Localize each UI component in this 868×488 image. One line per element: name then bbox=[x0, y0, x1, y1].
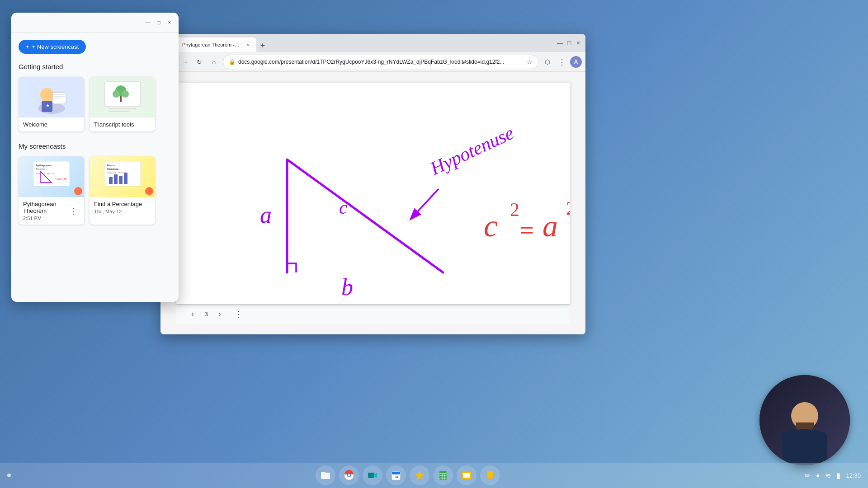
taskbar-meet-icon[interactable] bbox=[363, 465, 382, 485]
pythagorean-screencast-card[interactable]: Pythagorean Theorem Math 101 - Mr. Our c… bbox=[19, 156, 84, 225]
svg-text:Hypotenuse: Hypotenuse bbox=[426, 122, 517, 179]
prev-slide-button[interactable]: ‹ bbox=[185, 307, 200, 321]
person-body bbox=[782, 429, 827, 465]
svg-text:a: a bbox=[260, 202, 272, 228]
browser-restore-button[interactable]: □ bbox=[566, 39, 573, 47]
avatar-initial: A bbox=[574, 59, 578, 65]
transcript-tools-card[interactable]: Transcript tools bbox=[90, 77, 155, 131]
slide-nav-bar: ‹ 3 › ⋮ bbox=[176, 304, 570, 324]
forward-button[interactable]: → bbox=[179, 56, 191, 68]
window-controls: — □ × bbox=[144, 19, 173, 26]
record-icon: ● bbox=[816, 472, 820, 479]
taskbar-chrome-icon[interactable] bbox=[339, 465, 359, 485]
home-button[interactable]: ⌂ bbox=[208, 56, 220, 68]
getting-started-cards: ★ Welcome bbox=[19, 77, 171, 131]
taskbar-sheets-icon[interactable] bbox=[433, 465, 453, 485]
pythagorean-more-button[interactable]: ⋮ bbox=[68, 204, 80, 218]
svg-text:a: a bbox=[542, 209, 558, 243]
svg-text:c²=a²+b²: c²=a²+b² bbox=[55, 178, 67, 181]
svg-point-46 bbox=[348, 474, 350, 477]
desktop: — □ × + + New screencast Getting started bbox=[0, 0, 868, 488]
taskbar-keep-icon[interactable] bbox=[480, 465, 500, 485]
svg-text:Math 101 - Mr. Our: Math 101 - Mr. Our bbox=[36, 172, 55, 175]
slide-number: 3 bbox=[204, 310, 208, 318]
new-tab-button[interactable]: + bbox=[256, 39, 269, 52]
transcript-tools-card-label: Transcript tools bbox=[90, 117, 155, 131]
slide-more-button[interactable]: ⋮ bbox=[231, 307, 246, 321]
address-bar[interactable]: 🔒 docs.google.com/presentation/d/1TPO2rR… bbox=[223, 55, 538, 69]
slide-area: a c b Hypotenuse c 2 bbox=[176, 83, 570, 304]
welcome-illustration: ★ bbox=[19, 77, 84, 117]
browser-content: a c b Hypotenuse c 2 bbox=[160, 72, 585, 334]
close-button[interactable]: × bbox=[166, 19, 173, 26]
svg-rect-24 bbox=[109, 177, 113, 184]
svg-point-11 bbox=[113, 90, 120, 98]
active-tab[interactable]: G Phytagorean Theorem - Google × bbox=[166, 38, 256, 52]
slide-drawing: a c b Hypotenuse c 2 bbox=[176, 83, 570, 304]
percentage-title: Find a Percentage bbox=[94, 201, 142, 207]
webcam-video bbox=[760, 375, 850, 465]
screencast-list: Pythagorean Theorem Math 101 - Mr. Our c… bbox=[19, 156, 171, 225]
stylus-icon: ✏ bbox=[805, 471, 811, 480]
taskbar-right: ✏ ● ≋ ▮ 12:30 bbox=[805, 471, 861, 480]
taskbar-slides-icon[interactable] bbox=[457, 465, 476, 485]
taskbar-files-icon[interactable] bbox=[316, 465, 335, 485]
screencast-titlebar: — □ × bbox=[11, 13, 179, 33]
svg-rect-13 bbox=[109, 108, 136, 109]
svg-text:Find a: Find a bbox=[107, 164, 115, 167]
taskbar-calendar-icon[interactable]: 31 bbox=[386, 465, 406, 485]
refresh-button[interactable]: ↻ bbox=[193, 56, 206, 68]
minimize-button[interactable]: — bbox=[144, 19, 151, 26]
svg-rect-52 bbox=[439, 471, 447, 480]
webcam-overlay bbox=[760, 375, 850, 465]
welcome-card-image: ★ bbox=[19, 77, 84, 117]
browser-close-button[interactable]: × bbox=[575, 39, 582, 47]
taskbar-time: 12:30 bbox=[846, 472, 861, 479]
svg-text:=: = bbox=[520, 216, 534, 244]
browser-toolbar: ← → ↻ ⌂ 🔒 docs.google.com/presentation/d… bbox=[160, 52, 585, 72]
transcript-illustration bbox=[90, 77, 155, 117]
svg-rect-26 bbox=[119, 176, 123, 184]
browser-titlebar: G Phytagorean Theorem - Google × + — □ × bbox=[160, 34, 585, 52]
pythagorean-time: 2:51 PM bbox=[23, 216, 68, 221]
new-screencast-button[interactable]: + + New screencast bbox=[19, 40, 86, 54]
welcome-card[interactable]: ★ Welcome bbox=[19, 77, 84, 131]
svg-rect-14 bbox=[109, 111, 129, 112]
svg-text:Math 101 - Mr. Our: Math 101 - Mr. Our bbox=[107, 171, 126, 174]
svg-text:b: b bbox=[341, 274, 353, 300]
my-screencasts-title: My screencasts bbox=[19, 142, 171, 150]
maximize-button[interactable]: □ bbox=[155, 19, 162, 26]
percentage-screencast-card[interactable]: Find a Percenta... Math 101 - Mr. Our bbox=[90, 156, 155, 225]
getting-started-title: Getting started bbox=[19, 63, 171, 70]
taskbar-left bbox=[7, 474, 11, 477]
battery-icon: ▮ bbox=[836, 471, 840, 480]
percentage-date: Thu, May 12 bbox=[94, 209, 142, 214]
welcome-card-label: Welcome bbox=[19, 117, 84, 131]
svg-line-34 bbox=[411, 189, 439, 218]
svg-text:31: 31 bbox=[395, 475, 399, 479]
extension-button[interactable]: ⬡ bbox=[541, 56, 554, 68]
svg-rect-27 bbox=[124, 173, 127, 184]
chrome-menu-button[interactable]: ⋮ bbox=[556, 56, 568, 68]
svg-point-1 bbox=[40, 88, 54, 102]
svg-point-12 bbox=[122, 90, 129, 98]
toolbar-actions: ⬡ ⋮ A bbox=[541, 56, 582, 68]
taskbar-photos-icon[interactable] bbox=[410, 465, 429, 485]
new-screencast-label: + New screencast bbox=[32, 43, 79, 50]
svg-text:c: c bbox=[339, 197, 348, 218]
next-slide-button[interactable]: › bbox=[212, 307, 227, 321]
plus-icon: + bbox=[26, 43, 29, 50]
screencast-app-window: — □ × + + New screencast Getting started bbox=[11, 13, 179, 302]
svg-rect-50 bbox=[392, 472, 400, 474]
svg-text:★: ★ bbox=[46, 103, 50, 108]
taskbar-center: 31 bbox=[11, 465, 805, 485]
wifi-icon: ≋ bbox=[825, 471, 831, 480]
profile-avatar[interactable]: A bbox=[570, 56, 582, 68]
svg-rect-47 bbox=[368, 473, 374, 478]
tab-close-button[interactable]: × bbox=[245, 41, 251, 48]
pythagorean-thumb: Pythagorean Theorem Math 101 - Mr. Our c… bbox=[19, 156, 84, 197]
browser-minimize-button[interactable]: — bbox=[557, 39, 564, 47]
lock-icon: 🔒 bbox=[229, 59, 236, 65]
svg-text:Percenta...: Percenta... bbox=[107, 168, 121, 170]
url-text: docs.google.com/presentation/d/1TPO2rRyg… bbox=[238, 59, 524, 65]
